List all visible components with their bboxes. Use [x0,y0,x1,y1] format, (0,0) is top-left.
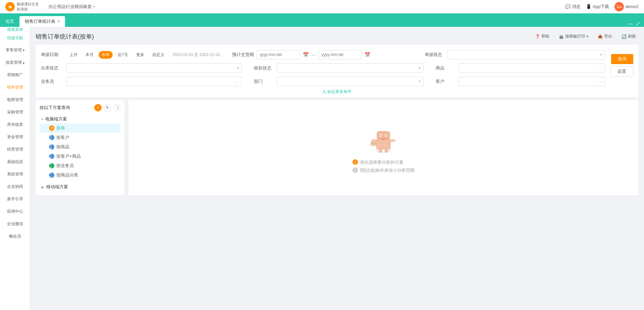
scheme-item-by-order[interactable]: 按 按单 [40,123,120,133]
scheme-icon-by-salesperson: 按业 [49,163,54,168]
date-buttons-group: 上月 本月 本年 近7天 更多 自定义 [66,51,167,59]
collapse-bar[interactable]: ⋀ 收起更多条件 [41,86,633,97]
active-tab[interactable]: 销售订单统计表 × [19,16,65,27]
calendar-icon-end[interactable]: 📅 [365,52,370,57]
tab-close-icon[interactable]: × [57,19,60,24]
tip-num-2: 2 [353,167,358,173]
bill-status-select[interactable]: ▾ [447,50,605,59]
scheme-item-by-category[interactable]: 按分 按商品分类 [40,170,120,180]
sidebar-item-marketing[interactable]: 营销推广 [0,69,30,81]
sidebar-item-sales[interactable]: 销售管理 [0,81,30,94]
sidebar-quick-nav[interactable]: 快捷导航 [0,33,30,44]
sidebar-item-system[interactable]: 系统管理 [0,168,30,180]
user-menu[interactable]: Ea demo2 [614,2,639,11]
svg-text:畅: 畅 [9,5,12,9]
mobile-scheme-group-header[interactable]: ▶ 移动端方案 [40,183,120,191]
filter-row-1: 单据日期 上月 本月 本年 近7天 更多 自定义 2023-01-01 至 20… [41,50,605,59]
scheme-icon-by-order: 按 [49,125,54,131]
sidebar-item-finance[interactable]: 资金管理 [0,131,30,143]
sidebar-item-retail[interactable]: 零售管理 ▾ [0,44,30,56]
current-year-btn[interactable]: 本年 [99,51,113,59]
scheme-icon-by-product: 按商 [49,144,54,150]
payment-status-select[interactable]: ▾ [277,63,423,73]
filter-row-3: 业务员 ··· 部门 ▾ [41,77,605,86]
logo-line2: 标准版 [17,7,39,11]
sidebar-item-operations[interactable]: 经营管理 [0,143,30,156]
custom-date-btn[interactable]: 自定义 [149,51,167,59]
svg-rect-12 [390,139,395,142]
chevron-down-icon: ▾ [23,48,24,52]
edit-icon: ✎ [106,105,109,110]
message-button[interactable]: 💬 消息 [565,4,581,10]
empty-illustration [367,122,400,155]
question-icon: ❓ [535,34,540,39]
set-button[interactable]: 设置 [610,66,633,77]
svg-rect-9 [379,149,382,153]
template-print-button[interactable]: 🖨️ 按模板打印 ▾ [556,32,591,41]
sidebar-item-member-label: 畅会员 [9,234,21,239]
sidebar-item-basic[interactable]: 基础信息 [0,156,30,168]
chevron-right-icon: ▶ [42,185,44,189]
top-bar-right: 💬 消息 📱 App下载 Ea demo2 [565,2,639,11]
department-select[interactable]: ▾ [277,77,423,86]
app-download-button[interactable]: 📱 App下载 [586,4,609,10]
home-tab[interactable]: 首页 [0,16,19,27]
prev-month-btn[interactable]: 上月 [66,51,80,59]
svg-rect-4 [377,131,390,140]
date-separator: — [311,52,316,57]
this-month-btn[interactable]: 本月 [83,51,97,59]
sidebar-item-appcenter[interactable]: 应用中心 [0,205,30,218]
pc-scheme-group-header[interactable]: ▾ 电脑端方案 [40,115,120,123]
add-scheme-button[interactable]: + [94,104,102,111]
department-label: 部门 [254,79,274,85]
ship-status-select[interactable]: ▾ [66,63,242,73]
sidebar-item-guide[interactable]: 新手引导 [0,193,30,205]
sidebar-item-member[interactable]: 畅会员 [0,230,30,243]
help-label: 帮助 [541,34,549,39]
scheme-panel-header: 按以下方案查询 + ✎ 《 [40,104,120,111]
company-selector[interactable]: 办公用品行业模拟账套 ▾ [48,4,95,10]
sidebar-item-enterprise[interactable]: 企业协同 [0,180,30,193]
product-label: 商品 [436,65,456,71]
expected-date-start-input[interactable] [257,50,300,59]
salesperson-more-icon[interactable]: ··· [235,79,239,84]
help-button[interactable]: ❓ 帮助 [532,32,552,41]
results-panel: 1 请先选择要分析的方案 2 用[过滤]条件来缩小分析范围 [128,100,639,195]
scheme-item-by-customer[interactable]: 按客 按客户 [40,133,120,142]
home-tab-label: 首页 [5,18,14,24]
maximize-icon[interactable]: ⤢ [636,20,640,27]
sidebar-item-purchase[interactable]: 采购管理 [0,106,30,118]
collapse-scheme-button[interactable]: 《 [113,104,120,111]
query-button[interactable]: 查询 [611,54,633,64]
sidebar-item-ecommerce[interactable]: 电商管理 [0,94,30,106]
scheme-item-by-product[interactable]: 按商 按商品 [40,142,120,152]
export-label: 导出 [604,34,612,39]
page-title: 销售订单统计表(按单) [36,33,94,41]
product-more-icon[interactable]: ··· [598,65,602,71]
sidebar-item-wechat[interactable]: 企业微信 [0,218,30,230]
last7days-btn[interactable]: 近7天 [115,51,131,59]
sidebar-item-wechat-label: 企业微信 [7,221,23,227]
more-date-btn[interactable]: 更多 [133,51,147,59]
sidebar-item-wholesale[interactable]: 批发管理 ▴ [0,56,30,69]
scheme-item-by-salesperson[interactable]: 按业 按业务员 [40,161,120,170]
expected-date-end-input[interactable] [318,50,362,59]
payment-status-label: 收款状态 [254,65,274,71]
bill-status-label: 单据状态 [425,52,445,58]
message-icon: 💬 [565,4,571,9]
calendar-icon-start[interactable]: 📅 [303,52,309,57]
export-button[interactable]: 📤 导出 [595,32,615,41]
main-layout: 搜索菜单 快捷导航 零售管理 ▾ 批发管理 ▴ 营销推广 销售管理 电商管理 采… [0,27,644,310]
pc-scheme-group: ▾ 电脑端方案 按 按单 按客 按客户 [40,115,120,180]
scheme-item-by-customer-product[interactable]: 按客 按客户+商品 [40,152,120,161]
top-bar: 畅 畅捷通好生意 标准版 办公用品行业模拟账套 ▾ 💬 消息 📱 App下载 E… [0,0,644,13]
edit-scheme-button[interactable]: ✎ [104,104,111,111]
empty-tips: 1 请先选择要分析的方案 2 用[过滤]条件来缩小分析范围 [353,159,415,173]
dropdown-arrow-icon: ▾ [93,5,95,8]
customer-more-icon[interactable]: ··· [598,79,602,84]
sidebar-search-button[interactable]: 搜索菜单 [0,27,30,33]
refresh-button[interactable]: 🔄 刷新 [619,32,639,41]
svg-point-8 [385,135,387,136]
sidebar-item-inventory[interactable]: 库存核算 [0,118,30,131]
minimize-icon[interactable]: — [628,21,633,27]
